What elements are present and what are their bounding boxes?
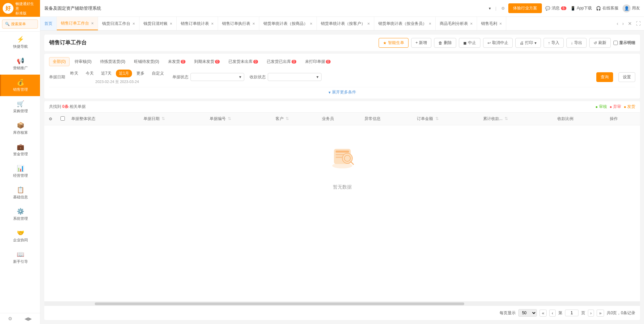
export-button[interactable]: ↓ 导出 [566,38,587,48]
sub-tab-pending-inspect[interactable]: 待拣货送货(0) [96,57,129,66]
date-more[interactable]: 更多 [133,70,147,77]
tab-sales-workbench[interactable]: 销售订单工作台 ✕ [57,17,98,30]
ship-action-btn[interactable]: ● 发货 [624,104,635,110]
date-yesterday[interactable]: 昨天 [67,70,81,77]
cancel-stop-button[interactable]: ↩ 取消中止 [483,38,513,48]
date-7days[interactable]: 近7天 [98,70,115,77]
sub-tab-expired-not-shipped[interactable]: 到期未发货0 [190,57,223,66]
refresh-button[interactable]: ↺ 刷新 [589,38,611,48]
col-staff[interactable]: 业务员 [319,113,362,125]
review-action-btn[interactable]: ● 审核 [595,104,607,110]
close-tab-sales-stat-staff[interactable]: ✕ [429,22,431,26]
close-tab-sales-stat-customer[interactable]: ✕ [367,22,370,26]
col-date[interactable]: 单据日期 ⇅ [141,113,207,125]
sub-tab-wangpu-pending[interactable]: 旺铺待发货(0) [130,57,163,66]
select-all-checkbox[interactable] [60,116,65,121]
page-size-select[interactable]: 50 10 20 100 [518,309,537,317]
tab-sales-order-stat[interactable]: 销售订单统计表 ✕ [177,17,218,30]
tab-sales-stat-customer[interactable]: 销货单统计表（按客户） ✕ [317,17,374,30]
svg-line-7 [351,162,353,164]
col-number[interactable]: 单据编号 ⇅ [207,113,273,125]
tab-goods-margin[interactable]: 商品毛利分析表 ✕ [436,17,477,30]
message-action[interactable]: 💬 消息 6 [545,5,566,11]
tabs-scroll-right[interactable]: › [621,20,625,27]
system-dropdown[interactable]: ▾ [489,6,491,11]
search-icon: 🔍 [5,22,10,26]
total-records: 共0页，0条记录 [607,310,635,316]
tab-sales-profit[interactable]: 销售毛利 ✕ [477,17,506,30]
date-today[interactable]: 今天 [83,70,97,77]
show-detail-toggle[interactable]: 显示明细 [613,40,635,46]
sidebar-item-collab[interactable]: 🤝 企业协同 [0,225,40,247]
sub-tab-pending-review[interactable]: 待审核(0) [71,57,95,66]
search-menu-button[interactable]: 🔍 搜索菜单 [2,19,38,29]
print-button[interactable]: 🖨 打印 ▾ [515,38,541,48]
tabs-scroll-left[interactable]: ‹ [615,20,620,27]
payment-select[interactable]: ▾ [268,73,321,81]
sidebar-item-basic[interactable]: 📋 基础信息 [0,182,40,204]
last-page-btn[interactable]: » [597,310,604,317]
sidebar-item-marketing[interactable]: 📢 营销推广 [0,53,40,75]
settings-icon[interactable]: ⚙ [501,6,505,11]
next-page-btn[interactable]: › [588,310,594,317]
settings-bottom-btn[interactable]: ⚙ [8,316,12,321]
sub-tab-not-printed[interactable]: 未打印单据0 [301,57,334,66]
tab-home[interactable]: 首页 [40,17,57,30]
sidebar-item-guide[interactable]: 📖 新手引导 [0,247,40,268]
sub-tab-all[interactable]: 全部(0) [49,57,70,66]
close-tab-sales-profit[interactable]: ✕ [499,22,502,26]
app-download-action[interactable]: 📱 App下载 [570,5,592,11]
sidebar-item-system[interactable]: ⚙️ 系统管理 [0,204,40,225]
sub-tab-shipped-not-out[interactable]: 已发货未出库0 [225,57,262,66]
smart-gen-button[interactable]: ★ 智能生单 [379,38,409,48]
horizontal-scrollbar[interactable] [44,301,640,306]
date-custom[interactable]: 自定义 [149,70,167,77]
sidebar-item-finance[interactable]: 💼 资金管理 [0,139,40,161]
tab-cash-reconcile[interactable]: 钱货日清对账 ✕ [139,17,177,30]
close-tab-sales-stat-product[interactable]: ✕ [310,22,312,26]
sidebar-item-inventory[interactable]: 📦 库存核算 [0,118,40,139]
close-tab-sales-order-exec[interactable]: ✕ [252,22,255,26]
cancel-review-action-btn[interactable]: ● 弃审 [610,104,621,110]
settings-filter-button[interactable]: 设置 [618,72,635,82]
col-customer[interactable]: 客户 ⇅ [273,113,319,125]
sidebar-item-quick-nav[interactable]: ⚡ 快捷导航 [0,32,40,53]
collapse-sidebar-btn[interactable]: ◀▶ [25,316,32,321]
solution-button[interactable]: 体验行业方案 [508,3,542,13]
tab-cash-daily[interactable]: 钱货日清工作台 ✕ [98,17,139,30]
import-button[interactable]: ↑ 导入 [544,38,564,48]
sidebar-item-operation[interactable]: 📊 经营管理 [0,161,40,182]
show-detail-checkbox[interactable] [613,41,618,45]
close-tab-cash-daily[interactable]: ✕ [132,22,135,26]
col-collected[interactable]: 累计收款... ⇅ [480,113,555,125]
scrollbar-thumb[interactable] [95,302,464,305]
close-tab-cash-reconcile[interactable]: ✕ [170,22,172,26]
status-select[interactable]: ▾ [190,73,244,81]
close-tab-goods-margin[interactable]: ✕ [470,22,473,26]
sub-tab-shipped-out[interactable]: 已发货已出库0 [263,57,300,66]
sidebar-item-sales[interactable]: 💰 销售管理 [0,75,40,96]
delete-button[interactable]: 🗑 删除 [434,38,456,48]
tab-sales-order-exec[interactable]: 销售订单执行表 ✕ [218,17,259,30]
prev-page-btn[interactable]: ‹ [549,310,555,317]
tab-sales-stat-product[interactable]: 销货单统计表（按商品） ✕ [259,17,317,30]
sub-tab-not-shipped[interactable]: 未发货0 [164,57,189,66]
date-1month[interactable]: 近1月 [116,70,132,77]
col-settings[interactable]: ⚙ [44,113,56,125]
tab-sales-stat-staff[interactable]: 销货单统计表（按业务员） ✕ [374,17,436,30]
stop-button[interactable]: ◼ 中止 [459,38,480,48]
col-amount[interactable]: 订单金额 ⇅ [414,113,480,125]
col-checkbox[interactable] [56,113,69,125]
sidebar-item-purchase[interactable]: 🛒 采购管理 [0,96,40,118]
close-tab-sales-order-stat[interactable]: ✕ [211,22,214,26]
tabs-close-all[interactable]: ✕ [627,20,633,27]
expand-more-conditions[interactable]: ▾ 展开更多条件 [49,89,635,95]
query-button[interactable]: 查询 [596,72,613,82]
close-tab-sales-workbench[interactable]: ✕ [91,22,94,25]
online-service-action[interactable]: 🎧 在线客服 [596,5,618,11]
page-number-input[interactable] [565,310,578,316]
add-button[interactable]: + 新增 [411,38,431,48]
first-page-btn[interactable]: « [540,310,547,317]
user-menu[interactable]: 👤 用友 [622,4,640,12]
tabs-fullscreen[interactable]: ⛶ [635,20,642,27]
